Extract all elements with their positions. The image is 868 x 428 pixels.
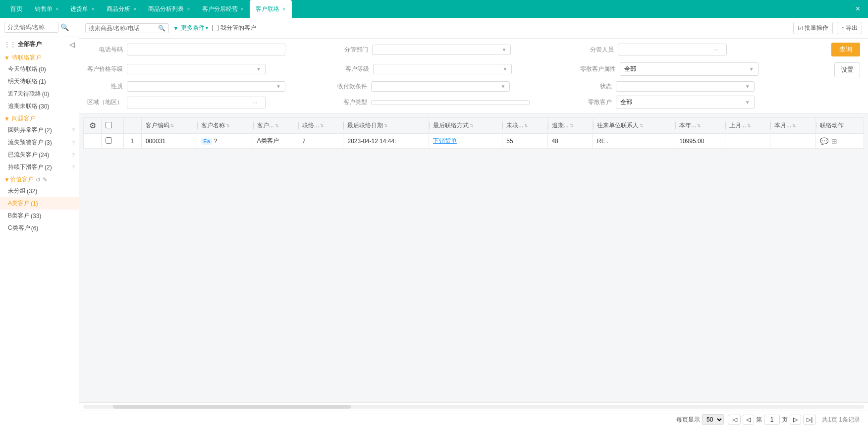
close-contact-tab-icon[interactable]: ×	[282, 6, 285, 12]
sort-icon-this-month[interactable]: ⇅	[792, 123, 796, 128]
last-contact-type-link[interactable]: 下销货单	[433, 137, 457, 144]
payment-down-icon: ▼	[500, 84, 505, 89]
sort-icon-name[interactable]: ⇅	[226, 123, 230, 128]
my-customers-checkbox[interactable]	[212, 25, 218, 31]
sort-icon-type[interactable]: ⇅	[275, 123, 279, 128]
filter-my-customers[interactable]: 我分管的客户	[212, 24, 256, 32]
retail-customer-down-icon: ▼	[745, 100, 750, 105]
sidebar-item-today-pending[interactable]: 今天待联络 (0)	[0, 63, 79, 75]
sidebar-item-overdue-contact[interactable]: 逾期未联络 (30)	[0, 100, 79, 112]
nav-tab-customer-segment[interactable]: 客户分层经营 ×	[196, 0, 250, 18]
filter-search-box: 🔍	[85, 23, 169, 33]
nav-home[interactable]: 首页	[4, 4, 29, 13]
help-icon-2[interactable]: ?	[72, 140, 75, 146]
next-page-button[interactable]: ▷	[790, 415, 801, 425]
phone-input[interactable]	[127, 44, 285, 55]
status-select[interactable]: ▼	[616, 81, 755, 92]
column-setting-icon[interactable]: ⚙	[89, 121, 96, 130]
sidebar: 🔍 ⋮⋮ 全部客户 ◁ ▼ 待联络客户 今天待联络 (0) 明天待联络 (1) …	[0, 18, 79, 428]
person-select[interactable]: ···	[618, 44, 727, 55]
table-area: ⚙ 客户编码 ⇅	[79, 113, 868, 402]
filter-cell-region: 区域（地区） ···	[87, 97, 331, 108]
filter-cell-price-level: 客户价格等级 ▼	[87, 64, 333, 74]
retail-attr-select[interactable]: 全部 ▼	[620, 62, 759, 76]
filter-more-conditions[interactable]: ▼ 更多条件 ▾	[173, 24, 208, 32]
collapse-icon[interactable]: ◁	[69, 41, 75, 49]
filter-search-input[interactable]	[89, 25, 158, 32]
row-type-cell: A类客户	[253, 134, 298, 149]
sort-icon-last-month[interactable]: ⇅	[747, 123, 751, 128]
payment-select[interactable]: ▼	[371, 81, 510, 92]
total-records-text: 共1页 1条记录	[822, 416, 860, 424]
edit-icon[interactable]: ✎	[43, 176, 48, 183]
sort-icon-contact[interactable]: ⇅	[320, 123, 324, 128]
close-sales-tab-icon[interactable]: ×	[55, 6, 58, 12]
sort-icon-this-year[interactable]: ⇅	[697, 123, 701, 128]
sidebar-item-class-a[interactable]: A类客户 (1)	[0, 197, 79, 210]
window-close-button[interactable]: ×	[852, 4, 864, 13]
select-all-checkbox[interactable]	[106, 122, 112, 128]
sort-icon-no-contact[interactable]: ⇅	[524, 123, 528, 128]
refresh-icon[interactable]: ↺	[36, 176, 41, 183]
sidebar-item-churned[interactable]: 已流失客户 (24) ?	[0, 149, 79, 161]
close-analysis-tab-icon[interactable]: ×	[133, 6, 136, 12]
sort-icon-last-date[interactable]: ⇅	[384, 123, 388, 128]
sidebar-item-declining[interactable]: 持续下滑客户 (2) ?	[0, 161, 79, 173]
query-button[interactable]: 查询	[831, 43, 860, 56]
close-purchase-tab-icon[interactable]: ×	[91, 6, 94, 12]
price-level-down-icon: ▼	[256, 66, 261, 72]
nav-tab-sales[interactable]: 销售单 ×	[29, 0, 64, 18]
customer-level-select[interactable]: ▼	[373, 64, 512, 74]
batch-operation-button[interactable]: ☑ 批量操作	[793, 22, 833, 34]
col-this-year-header: 本年... ⇅	[675, 118, 725, 134]
sort-icon-last-type[interactable]: ⇅	[470, 123, 474, 128]
qrcode-action-icon[interactable]: ⊞	[831, 137, 837, 145]
customer-type-select[interactable]	[371, 100, 530, 105]
setting-button[interactable]: 设置	[834, 62, 860, 77]
close-segment-tab-icon[interactable]: ×	[241, 6, 244, 12]
price-level-select[interactable]: ▼	[127, 64, 266, 74]
prev-page-button[interactable]: ◁	[743, 415, 754, 425]
nav-tab-purchase[interactable]: 进货单 ×	[64, 0, 100, 18]
sidebar-item-tomorrow-pending[interactable]: 明天待联络 (1)	[0, 75, 79, 88]
col-last-month-header: 上月... ⇅	[725, 118, 770, 134]
sidebar-search-input[interactable]	[4, 22, 58, 33]
message-action-icon[interactable]: 💬	[820, 137, 828, 145]
person-dots-icon[interactable]: ···	[709, 46, 722, 53]
dept-select[interactable]: ▼	[372, 45, 511, 55]
help-icon-1[interactable]: ?	[72, 127, 75, 133]
region-dots-icon[interactable]: ···	[248, 99, 261, 106]
close-analysis-list-tab-icon[interactable]: ×	[187, 6, 190, 12]
first-page-button[interactable]: |◁	[728, 415, 741, 425]
region-select[interactable]: ···	[127, 97, 266, 108]
nav-tab-customer-contact[interactable]: 客户联络 ×	[250, 0, 291, 18]
col-sep6	[429, 122, 430, 130]
sidebar-item-unclassified[interactable]: 未分组 (32)	[0, 185, 79, 197]
sidebar-item-class-b[interactable]: B类客户 (33)	[0, 210, 79, 222]
sort-icon-code[interactable]: ⇅	[170, 123, 174, 128]
retail-customer-select[interactable]: 全部 ▼	[616, 96, 755, 109]
nav-tab-analysis[interactable]: 商品分析 ×	[101, 0, 142, 18]
sidebar-item-7days-pending[interactable]: 近7天待联络 (0)	[0, 88, 79, 100]
page-number-input[interactable]	[764, 415, 780, 425]
sidebar-all-customers[interactable]: ⋮⋮ 全部客户 ◁	[0, 37, 79, 52]
sort-icon-overdue[interactable]: ⇅	[570, 123, 574, 128]
nav-tab-analysis-list[interactable]: 商品分析列表 ×	[142, 0, 196, 18]
nature-select[interactable]: ▼	[127, 81, 285, 92]
help-icon-3[interactable]: ?	[72, 152, 75, 158]
export-button[interactable]: ↑ 导出	[837, 22, 862, 34]
sidebar-item-repurchase-abnormal[interactable]: 回购异常客户 (2) ?	[0, 124, 79, 136]
scrollbar-thumb[interactable]	[113, 405, 351, 409]
horizontal-scrollbar-area	[79, 402, 868, 411]
sidebar-search-icon[interactable]: 🔍	[60, 23, 69, 31]
filter-search-icon[interactable]: 🔍	[158, 25, 165, 32]
help-icon-4[interactable]: ?	[72, 164, 75, 170]
sort-icon-contact-person[interactable]: ⇅	[640, 123, 644, 128]
per-page-select[interactable]: 50	[702, 414, 724, 425]
sidebar-search-bar: 🔍	[0, 18, 79, 37]
sidebar-item-class-c[interactable]: C类客户 (6)	[0, 222, 79, 234]
row-checkbox[interactable]	[106, 137, 112, 144]
sidebar-item-churn-warning[interactable]: 流失预警客户 (3) ?	[0, 136, 79, 149]
last-page-button[interactable]: ▷|	[803, 415, 816, 425]
filter-cell-payment: 收付款条件 ▼	[331, 81, 576, 92]
